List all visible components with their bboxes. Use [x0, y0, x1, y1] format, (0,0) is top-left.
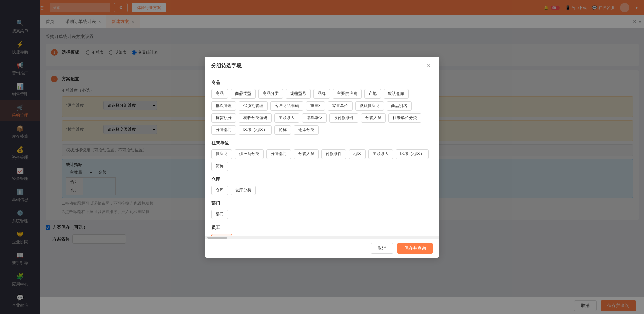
field-tag-area[interactable]: 地区	[349, 149, 366, 159]
field-tag-manager[interactable]: 分管人员	[361, 113, 386, 123]
field-tags-warehouse: 仓库 仓库分类	[211, 186, 433, 195]
field-tag-batch-mgmt[interactable]: 批次管理	[211, 101, 236, 111]
field-tag-partner-abbr[interactable]: 简称	[211, 162, 228, 171]
dialog-header: 分组待选字段 ×	[205, 57, 439, 74]
dialog-scrollbar-thumb[interactable]	[207, 237, 227, 239]
field-tags-product: 商品 商品类型 商品分类 规格型号 品牌 主要供应商 产地 默认仓库 批次管理 …	[211, 89, 433, 135]
field-tag-payment-cond[interactable]: 付款条件	[321, 149, 346, 159]
dialog-cancel-button[interactable]: 取消	[371, 243, 393, 254]
field-tag-brand[interactable]: 品牌	[313, 89, 330, 99]
field-tag-origin[interactable]: 产地	[364, 89, 381, 99]
field-tag-warehouse-cat[interactable]: 仓库分类	[294, 125, 319, 135]
field-tag-product-alias[interactable]: 商品别名	[387, 101, 412, 111]
dialog-title: 分组待选字段	[211, 63, 241, 69]
field-tag-partner-category[interactable]: 往来单位分类	[388, 113, 421, 123]
field-tag-weight3[interactable]: 重量3	[306, 101, 325, 111]
field-tag-tax-code[interactable]: 税收分类编码	[239, 113, 272, 123]
field-tag-partner-dept[interactable]: 分管部门	[266, 149, 291, 159]
dialog-horizontal-scrollbar[interactable]	[205, 236, 439, 239]
section-title-warehouse: 仓库	[211, 176, 433, 182]
dialog-confirm-button[interactable]: 保存并查询	[397, 243, 433, 254]
field-tag-payment-terms[interactable]: 收付款条件	[329, 113, 358, 123]
field-section-employee: 员工 业务员	[211, 225, 433, 236]
field-tag-partner-region[interactable]: 区域（地区）	[396, 149, 429, 159]
field-tag-warehouse-category[interactable]: 仓库分类	[231, 186, 256, 195]
field-tag-supplier[interactable]: 供应商	[211, 149, 232, 159]
field-tag-product[interactable]: 商品	[211, 89, 228, 99]
field-tag-partner-contact[interactable]: 主联系人	[368, 149, 393, 159]
field-tag-pick-score[interactable]: 拣货积分	[211, 113, 236, 123]
dialog-close-button[interactable]: ×	[425, 62, 433, 70]
field-tag-default-warehouse[interactable]: 默认仓库	[384, 89, 409, 99]
dialog-group-fields: 分组待选字段 × 商品 商品 商品类型 商品分类 规格型号 品牌 主要供应商 产…	[205, 57, 439, 258]
field-tag-main-contact[interactable]: 主联系人	[274, 113, 299, 123]
field-tag-supplier-cat[interactable]: 供应商分类	[235, 149, 264, 159]
field-tag-product-category[interactable]: 商品分类	[258, 89, 283, 99]
dialog-footer: 取消 保存并查询	[205, 239, 439, 258]
field-tag-product-type[interactable]: 商品类型	[231, 89, 256, 99]
section-title-department: 部门	[211, 200, 433, 206]
field-section-partner: 往来单位 供应商 供应商分类 分管部门 分管人员 付款条件 地区 主联系人 区域…	[211, 140, 433, 171]
field-tags-partner: 供应商 供应商分类 分管部门 分管人员 付款条件 地区 主联系人 区域（地区） …	[211, 149, 433, 171]
field-tag-settle-unit[interactable]: 结算单位	[302, 113, 327, 123]
field-tag-warehouse[interactable]: 仓库	[211, 186, 228, 195]
field-tag-abbr[interactable]: 简称	[274, 125, 291, 135]
field-tag-dept[interactable]: 分管部门	[211, 125, 236, 135]
dialog-body: 商品 商品 商品类型 商品分类 规格型号 品牌 主要供应商 产地 默认仓库 批次…	[205, 74, 439, 236]
modal-overlay: 分组待选字段 × 商品 商品 商品类型 商品分类 规格型号 品牌 主要供应商 产…	[0, 0, 644, 314]
field-tag-expiry-mgmt[interactable]: 保质期管理	[239, 101, 268, 111]
section-title-partner: 往来单位	[211, 140, 433, 146]
section-title-product: 商品	[211, 80, 433, 86]
field-section-department: 部门 部门	[211, 200, 433, 219]
field-tags-department: 部门	[211, 210, 433, 219]
field-tag-department[interactable]: 部门	[211, 210, 228, 219]
field-section-product: 商品 商品 商品类型 商品分类 规格型号 品牌 主要供应商 产地 默认仓库 批次…	[211, 80, 433, 135]
field-tag-default-supplier[interactable]: 默认供应商	[355, 101, 384, 111]
field-tag-partner-manager[interactable]: 分管人员	[294, 149, 319, 159]
field-section-warehouse: 仓库 仓库 仓库分类	[211, 176, 433, 195]
field-tag-spec-model[interactable]: 规格型号	[286, 89, 311, 99]
section-title-employee: 员工	[211, 225, 433, 231]
field-tag-retail-unit[interactable]: 零售单位	[328, 101, 353, 111]
field-tag-region[interactable]: 区域（地区）	[239, 125, 272, 135]
field-tag-customer-code[interactable]: 客户商品编码	[270, 101, 303, 111]
field-tag-main-supplier[interactable]: 主要供应商	[333, 89, 362, 99]
